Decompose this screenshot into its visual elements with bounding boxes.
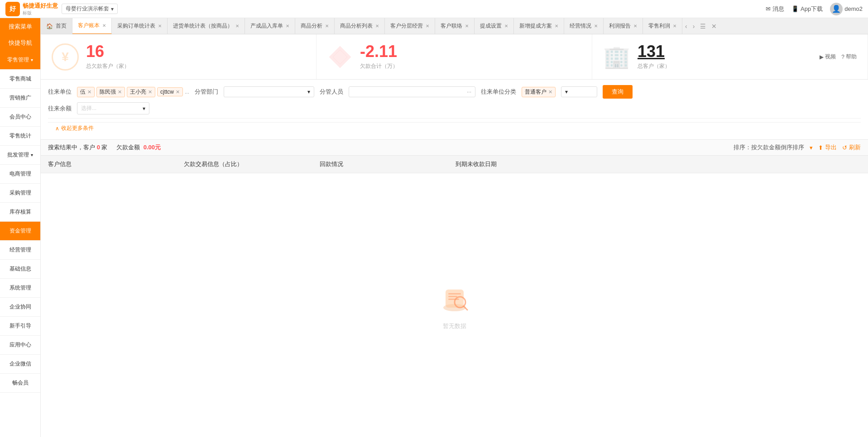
tab-close-icon[interactable]: ✕ [504, 24, 508, 28]
table-header: 客户信息 欠款交易信息（占比） 回款情况 到期未收款日期 [41, 156, 868, 173]
stats-row: ¥ 16 总欠款客户（家） -2.11 欠款合计（万） [41, 34, 868, 80]
sidebar-item-enterprise[interactable]: 企业协同 [0, 298, 40, 317]
sidebar-item-label: 零售管理 [7, 57, 29, 63]
sidebar-item-marketing[interactable]: 营销推广 [0, 89, 40, 108]
tab-purchase-order[interactable]: 采购订单统计表 ✕ [112, 18, 168, 34]
sidebar-item-retail-mall[interactable]: 零售商城 [0, 70, 40, 89]
tab-promotion-settings[interactable]: 提成设置 ✕ [475, 18, 514, 34]
home-icon: 🏠 [46, 23, 53, 29]
sidebar-item-retail[interactable]: 零售管理 ▾ [0, 51, 40, 70]
unit-tag-2[interactable]: 王小亮 ✕ [127, 87, 155, 97]
tab-cost-stock[interactable]: 产成品入库单 ✕ [245, 18, 295, 34]
tab-customer-book-label: 客户账本 [78, 22, 100, 29]
sidebar-item-member[interactable]: 会员中心 [0, 108, 40, 127]
tab-customer-tier-label: 客户分层经营 [390, 22, 423, 30]
logo-main: 畅捷通好生意 [23, 2, 58, 10]
stat-credit-info: 16 总欠款客户（家） [86, 43, 129, 70]
sidebar-item-system[interactable]: 系统管理 [0, 279, 40, 298]
query-button[interactable]: 查询 [603, 85, 633, 99]
tab-profit-report[interactable]: 利润报告 ✕ [604, 18, 643, 34]
sidebar-quick-nav[interactable]: 快捷导航 [0, 35, 40, 51]
account-dropdown[interactable]: 母婴行业演示帐套 ▾ [62, 4, 118, 14]
unit-tag-3[interactable]: cjttcw ✕ [157, 87, 183, 96]
export-label: 导出 [825, 143, 837, 152]
person-input[interactable]: ··· [349, 86, 475, 97]
tab-bar: 🏠 首页 客户账本 ✕ 采购订单统计表 ✕ 进货单统计表（按商品） ✕ 产成品入… [41, 18, 868, 34]
chevron-down-icon: ▾ [143, 105, 145, 112]
sidebar-search[interactable]: 搜索菜单 [0, 18, 40, 35]
tab-close-icon[interactable]: ✕ [594, 24, 598, 28]
tag-close-icon[interactable]: ✕ [176, 89, 180, 95]
tag-close-icon[interactable]: ✕ [118, 89, 122, 95]
sidebar-item-guide[interactable]: 新手引导 [0, 317, 40, 336]
tab-home[interactable]: 🏠 首页 [41, 18, 72, 34]
tab-new-promotion[interactable]: 新增提成方案 ✕ [514, 18, 564, 34]
tab-nav-right[interactable]: › [690, 23, 698, 30]
download-icon: 📱 [791, 5, 799, 12]
sidebar-item-ecom[interactable]: 电商管理 [0, 165, 40, 184]
sidebar-item-purchase[interactable]: 采购管理 [0, 184, 40, 203]
chevron-down-icon: ▾ [31, 152, 33, 157]
tab-close-icon[interactable]: ✕ [158, 24, 162, 28]
video-help-btn[interactable]: ▶ 视频 [820, 53, 836, 61]
tab-customer-tier[interactable]: 客户分层经营 ✕ [385, 18, 435, 34]
tab-goods-analysis[interactable]: 商品分析 ✕ [295, 18, 335, 34]
result-info: 搜索结果中，客户 0 家 欠款金额 0.00元 [48, 143, 161, 152]
tab-retail-profit-label: 零售利润 [648, 22, 670, 30]
logo-icon: 好 [5, 2, 20, 16]
sidebar-item-wechat[interactable]: 企业微信 [0, 355, 40, 374]
user-btn[interactable]: 👤 demo2 [830, 3, 863, 15]
tab-close-icon[interactable]: ✕ [375, 24, 379, 28]
tag-close-icon[interactable]: ✕ [87, 89, 91, 95]
tab-close-icon[interactable]: ✕ [673, 24, 676, 28]
app-download-btn[interactable]: 📱 App下载 [791, 5, 823, 13]
unit-class-select[interactable]: ▾ [561, 86, 597, 97]
tab-retail-profit[interactable]: 零售利润 ✕ [643, 18, 682, 34]
collapse-btn[interactable]: ∧ 收起更多条件 [48, 122, 861, 134]
tag-close-icon[interactable]: ✕ [148, 89, 152, 95]
customer-count: 0 [97, 144, 100, 151]
tab-nav-left[interactable]: ‹ [682, 23, 690, 30]
app-label: App下载 [801, 5, 823, 13]
tab-customer-book[interactable]: 客户账本 ✕ [72, 18, 112, 34]
tab-close-icon[interactable]: ✕ [555, 24, 558, 28]
tab-close-icon[interactable]: ✕ [465, 24, 469, 28]
balance-select[interactable]: 选择... ▾ [77, 102, 149, 114]
sidebar-item-wholesale[interactable]: 批发管理 ▾ [0, 146, 40, 165]
message-btn[interactable]: ✉ 消息 [766, 5, 784, 13]
help-btn[interactable]: ? 帮助 [841, 53, 857, 61]
unit-tag-0[interactable]: 伍 ✕ [77, 87, 95, 97]
customer-unit: 家 [101, 144, 107, 151]
sidebar-item-finance[interactable]: 资金管理 [0, 222, 40, 241]
tab-close-icon[interactable]: ✕ [426, 24, 429, 28]
unit-tag-1[interactable]: 陈民强 ✕ [96, 87, 125, 97]
tab-close-icon[interactable]: ✕ [102, 23, 106, 28]
tab-close-icon[interactable]: ✕ [633, 24, 637, 28]
tab-customer-contact[interactable]: 客户联络 ✕ [435, 18, 475, 34]
sidebar-item-basic[interactable]: 基础信息 [0, 260, 40, 279]
balance-label: 往来余额 [48, 104, 72, 113]
amount-value: 0.00元 [144, 144, 161, 151]
tab-close-icon[interactable]: ✕ [325, 24, 329, 28]
tab-operation[interactable]: 经营情况 ✕ [564, 18, 604, 34]
tab-purchase-stat[interactable]: 进货单统计表（按商品） ✕ [168, 18, 245, 34]
refresh-btn[interactable]: ↺ 刷新 [842, 143, 861, 152]
logo-text: 畅捷通好生意 标版 [23, 2, 58, 16]
tab-close-icon[interactable]: ✕ [235, 24, 239, 28]
dept-select[interactable]: ▾ [224, 86, 314, 97]
account-name: 母婴行业演示帐套 [66, 5, 109, 13]
export-btn[interactable]: ⬆ 导出 [818, 143, 837, 152]
more-tags-btn[interactable]: ... [185, 89, 189, 95]
unit-class-tag-0[interactable]: 普通客户 ✕ [522, 87, 556, 97]
sidebar-item-inventory[interactable]: 库存核算 [0, 203, 40, 222]
sidebar-item-app-center[interactable]: 应用中心 [0, 336, 40, 355]
tag-close-icon[interactable]: ✕ [548, 89, 552, 95]
tab-goods-analysis-list[interactable]: 商品分析列表 ✕ [335, 18, 385, 34]
svg-rect-6 [448, 299, 459, 300]
tab-menu-btn[interactable]: ☰ [697, 23, 709, 30]
sidebar-item-vip[interactable]: 畅会员 [0, 374, 40, 393]
sidebar-item-retail-stat[interactable]: 零售统计 [0, 127, 40, 146]
tab-close-all[interactable]: ✕ [709, 23, 719, 30]
sidebar-item-operation[interactable]: 经营管理 [0, 241, 40, 260]
tab-close-icon[interactable]: ✕ [286, 24, 289, 28]
